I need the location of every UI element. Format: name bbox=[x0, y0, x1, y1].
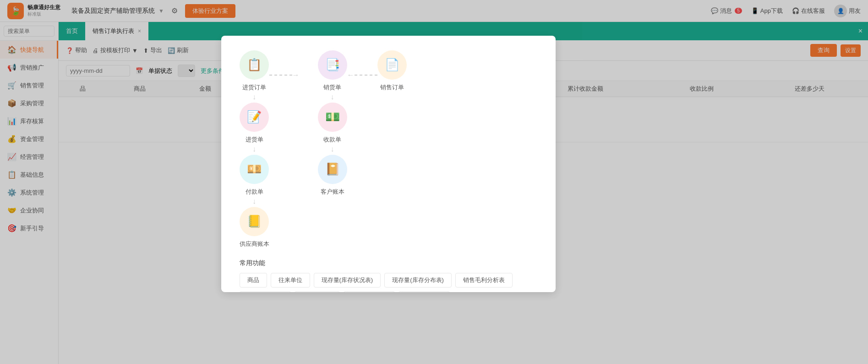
arrow-down-2: ↓ bbox=[252, 146, 256, 153]
payment-bill-circle: 💴 bbox=[240, 155, 269, 184]
popup-overlay[interactable]: 📋 进货订单 ↓ 📝 进货单 ↓ 💴 付款单 ↓ 📒 bbox=[0, 0, 868, 364]
supplier-account-circle: 📒 bbox=[240, 207, 269, 236]
left-arrow-area: → bbox=[269, 50, 300, 90]
purchase-order-circle: 📋 bbox=[240, 50, 269, 80]
func-btn-3[interactable]: 现存量(库存分布表) bbox=[384, 273, 452, 288]
flow-item-receipt-bill[interactable]: 💵 收款单 bbox=[318, 103, 347, 144]
arrow-down-4: ↓ bbox=[331, 93, 334, 101]
receipt-bill-circle: 💵 bbox=[318, 103, 347, 132]
func-btn-4[interactable]: 销售毛利分析表 bbox=[455, 273, 513, 288]
common-functions-title: 常用功能 bbox=[240, 259, 537, 267]
purchase-bill-label: 进货单 bbox=[246, 136, 263, 144]
customer-account-circle: 📔 bbox=[318, 155, 347, 184]
flow-item-supplier-account[interactable]: 📒 供应商账本 bbox=[240, 207, 269, 248]
sales-bill-label: 销货单 bbox=[323, 83, 341, 92]
flow-item-sales-bill[interactable]: 📑 销货单 bbox=[318, 50, 347, 92]
arrow-h-left: → bbox=[269, 60, 300, 90]
quick-nav-popup: 📋 进货订单 ↓ 📝 进货单 ↓ 💴 付款单 ↓ 📒 bbox=[221, 36, 556, 292]
sales-bill-circle: 📑 bbox=[318, 50, 347, 80]
customer-account-label: 客户账本 bbox=[321, 188, 344, 196]
left-flow-col: 📋 进货订单 ↓ 📝 进货单 ↓ 💴 付款单 ↓ 📒 bbox=[240, 50, 269, 248]
arrow-down-1: ↓ bbox=[252, 93, 256, 101]
flow-item-customer-account[interactable]: 📔 客户账本 bbox=[318, 155, 347, 196]
payment-bill-label: 付款单 bbox=[246, 188, 263, 196]
common-functions-section: 常用功能 商品 往来单位 现存量(库存状况表) 现存量(库存分布表) 销售毛利分… bbox=[240, 259, 537, 292]
popup-inner: 📋 进货订单 ↓ 📝 进货单 ↓ 💴 付款单 ↓ 📒 bbox=[221, 36, 556, 292]
receipt-bill-label: 收款单 bbox=[323, 136, 341, 144]
func-btn-2[interactable]: 现存量(库存状况表) bbox=[314, 273, 381, 288]
func-btn-1[interactable]: 往来单位 bbox=[271, 273, 310, 288]
func-btn-grid: 商品 往来单位 现存量(库存状况表) 现存量(库存分布表) 销售毛利分析表 商品… bbox=[240, 273, 537, 292]
flow-item-purchase-order[interactable]: 📋 进货订单 bbox=[240, 50, 269, 92]
sales-order-label: 销售订单 bbox=[380, 83, 404, 92]
arrow-down-3: ↓ bbox=[252, 198, 256, 205]
func-btn-6[interactable]: 销售排行榜 bbox=[295, 291, 340, 292]
flow-item-sales-order[interactable]: 📄 销售订单 bbox=[377, 50, 407, 92]
func-btn-5[interactable]: 商品毛利分析 bbox=[240, 291, 291, 292]
func-btn-8[interactable]: 付款情况统计 bbox=[399, 291, 450, 292]
purchase-order-label: 进货订单 bbox=[242, 83, 266, 92]
sales-order-circle: 📄 bbox=[377, 50, 407, 80]
func-btn-7[interactable]: 收款情况统计 bbox=[344, 291, 395, 292]
supplier-account-label: 供应商账本 bbox=[240, 240, 269, 248]
flow-diagram: 📋 进货订单 ↓ 📝 进货单 ↓ 💴 付款单 ↓ 📒 bbox=[240, 50, 537, 248]
right-flow-col: 📑 销货单 ↓ 💵 收款单 ↓ 📔 客户账本 bbox=[318, 50, 347, 196]
right-arrow-area: ← bbox=[347, 50, 377, 90]
flow-item-payment-bill[interactable]: 💴 付款单 bbox=[240, 155, 269, 196]
arrow-down-5: ↓ bbox=[331, 146, 334, 153]
sales-order-col: 📄 销售订单 bbox=[377, 50, 407, 92]
right-flow-section: 📑 销货单 ↓ 💵 收款单 ↓ 📔 客户账本 bbox=[318, 50, 407, 196]
arrow-h-right: ← bbox=[347, 60, 377, 90]
purchase-bill-circle: 📝 bbox=[240, 103, 269, 132]
func-btn-0[interactable]: 商品 bbox=[240, 273, 267, 288]
flow-item-purchase-bill[interactable]: 📝 进货单 bbox=[240, 103, 269, 144]
